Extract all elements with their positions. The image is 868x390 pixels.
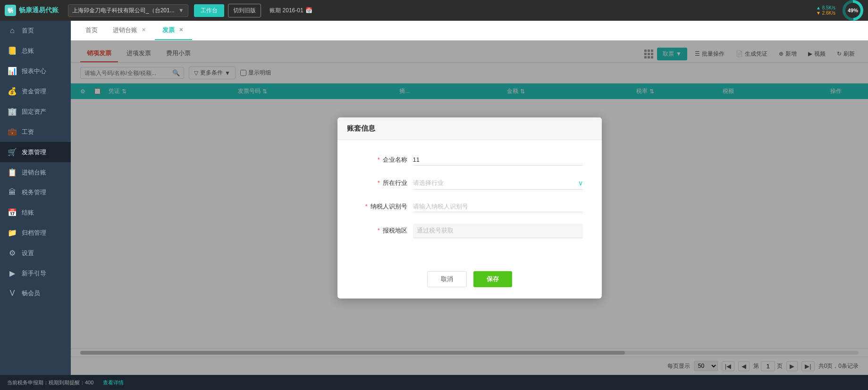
period-value: 2016-01 [283, 7, 303, 14]
taxregion-display: 通过税号获取 [413, 224, 583, 238]
industry-select[interactable]: 请选择行业 ∨ [413, 177, 583, 190]
progress-circle: 49% [843, 0, 863, 21]
required-star-company: * [378, 156, 380, 163]
sidebar-item-settings[interactable]: ⚙ 设置 [0, 243, 71, 263]
network-down: ▼ 2.6K/s [816, 10, 835, 16]
taxid-input[interactable] [413, 201, 583, 212]
sidebar-label-archive: 归档管理 [22, 229, 46, 237]
sidebar-label-vip: 畅会员 [22, 289, 40, 298]
sidebar: ⌂ 首页 📒 总账 📊 报表中心 💰 资金管理 🏢 固定资产 💼 工资 🛒 发票… [0, 21, 71, 375]
industry-placeholder: 请选择行业 [413, 179, 444, 187]
tab-home-label: 首页 [85, 26, 98, 34]
form-row-taxregion: * 报税地区 通过税号获取 [356, 224, 583, 238]
content-area: 首页 进销台账 ✕ 发票 ✕ 销项发票 进项发票 费用 [71, 21, 868, 375]
page-content: 销项发票 进项发票 费用小票 取票 ▼ [71, 41, 868, 375]
required-star-taxregion: * [378, 227, 380, 234]
tab-purchasesales-label: 进销台账 [113, 26, 137, 34]
sidebar-label-close: 结账 [22, 208, 34, 217]
bottom-detail-link[interactable]: 查看详情 [103, 379, 124, 386]
sidebar-label-purchasesales: 进销台账 [22, 168, 46, 177]
tab-home[interactable]: 首页 [78, 21, 105, 40]
sidebar-label-salary: 工资 [22, 128, 34, 136]
top-bar-actions: 工作台 切到旧版 账期 2016-01 📅 [194, 4, 312, 17]
tab-invoice-close[interactable]: ✕ [177, 26, 185, 33]
company-name-label: * 企业名称 [356, 156, 413, 164]
sidebar-label-invoice: 发票管理 [22, 148, 46, 157]
modal-header: 账套信息 [337, 117, 602, 140]
workbench-button[interactable]: 工作台 [194, 4, 224, 17]
tab-purchasesales[interactable]: 进销台账 ✕ [105, 21, 155, 40]
sidebar-item-fixed[interactable]: 🏢 固定资产 [0, 101, 71, 122]
modal-footer: 取消 保存 [337, 264, 602, 299]
finance-icon: 💰 [8, 87, 17, 96]
ledger-icon: 📒 [8, 46, 17, 55]
sidebar-item-vip[interactable]: V 畅会员 [0, 283, 71, 303]
purchasesales-icon: 📋 [8, 168, 17, 177]
modal-title: 账套信息 [347, 124, 375, 132]
home-icon: ⌂ [8, 26, 17, 35]
settings-icon: ⚙ [8, 249, 17, 257]
form-row-industry: * 所在行业 请选择行业 ∨ [356, 177, 583, 190]
taxregion-label: * 报税地区 [356, 226, 413, 235]
bottom-status: 当前税务申报期：税期到期提醒：400 [7, 379, 93, 386]
calendar-icon[interactable]: 📅 [305, 7, 312, 14]
save-button[interactable]: 保存 [473, 271, 512, 287]
salary-icon: 💼 [8, 127, 17, 136]
sidebar-label-fixed: 固定资产 [22, 108, 46, 116]
report-icon: 📊 [8, 66, 17, 75]
tab-invoice[interactable]: 发票 ✕ [155, 21, 192, 40]
sidebar-item-report[interactable]: 📊 报表中心 [0, 61, 71, 81]
app-logo: 畅 畅康通易代账 [5, 5, 59, 16]
logo-icon: 畅 [5, 5, 16, 16]
required-star-taxid: * [365, 203, 368, 210]
network-up: ▲ 8.5K/s [816, 5, 835, 10]
tab-purchasesales-close[interactable]: ✕ [140, 26, 147, 33]
tab-invoice-label: 发票 [162, 26, 175, 34]
sidebar-label-finance: 资金管理 [22, 87, 46, 96]
vip-icon: V [8, 289, 17, 298]
sidebar-item-finance[interactable]: 💰 资金管理 [0, 81, 71, 101]
archive-icon: 📁 [8, 228, 17, 237]
sidebar-label-guide: 新手引导 [22, 269, 46, 278]
period-display: 账期 2016-01 📅 [270, 7, 312, 15]
form-row-taxid: * 纳税人识别号 [356, 201, 583, 212]
close-period-icon: 📅 [8, 208, 17, 217]
required-star-industry: * [378, 179, 380, 186]
industry-chevron-icon: ∨ [578, 179, 583, 187]
modal-overlay: 账套信息 * 企业名称 [71, 41, 868, 375]
modal-account-info: 账套信息 * 企业名称 [337, 117, 602, 299]
company-name-input[interactable] [413, 154, 583, 166]
sidebar-item-archive[interactable]: 📁 归档管理 [0, 223, 71, 243]
sidebar-item-close[interactable]: 📅 结账 [0, 202, 71, 223]
sidebar-item-invoice[interactable]: 🛒 发票管理 [0, 142, 71, 162]
app-name: 畅康通易代账 [19, 6, 59, 15]
progress-text: 49% [848, 8, 858, 13]
old-version-button[interactable]: 切到旧版 [228, 4, 261, 17]
tax-icon: 🏛 [8, 188, 17, 197]
company-selector[interactable]: 上海卯金刀电子科技有限公司_（台201... ▼ [68, 4, 188, 17]
company-arrow-icon: ▼ [178, 7, 184, 14]
sidebar-item-purchasesales[interactable]: 📋 进销台账 [0, 162, 71, 183]
cancel-button[interactable]: 取消 [427, 271, 467, 287]
sidebar-item-home[interactable]: ⌂ 首页 [0, 21, 71, 41]
sidebar-item-tax[interactable]: 🏛 税务管理 [0, 183, 71, 202]
invoice-icon: 🛒 [8, 148, 17, 157]
sidebar-label-settings: 设置 [22, 249, 34, 257]
period-label: 账期 [270, 7, 281, 15]
bottom-bar: 当前税务申报期：税期到期提醒：400 查看详情 [0, 375, 868, 390]
sidebar-item-ledger[interactable]: 📒 总账 [0, 41, 71, 61]
form-row-company: * 企业名称 [356, 154, 583, 166]
sidebar-item-guide[interactable]: ▶ 新手引导 [0, 263, 71, 283]
top-bar: 畅 畅康通易代账 上海卯金刀电子科技有限公司_（台201... ▼ 工作台 切到… [0, 0, 868, 21]
sidebar-item-salary[interactable]: 💼 工资 [0, 122, 71, 142]
tab-bar: 首页 进销台账 ✕ 发票 ✕ [71, 21, 868, 41]
guide-icon: ▶ [8, 269, 17, 278]
main-layout: ⌂ 首页 📒 总账 📊 报表中心 💰 资金管理 🏢 固定资产 💼 工资 🛒 发票… [0, 21, 868, 375]
industry-label: * 所在行业 [356, 179, 413, 187]
company-name-text: 上海卯金刀电子科技有限公司_（台201... [72, 7, 175, 15]
sidebar-label-tax: 税务管理 [22, 188, 46, 197]
sidebar-label-ledger: 总账 [22, 47, 34, 55]
sidebar-label-home: 首页 [22, 26, 34, 35]
top-bar-right: ▲ 8.5K/s ▼ 2.6K/s 49% [816, 0, 863, 21]
sidebar-label-report: 报表中心 [22, 67, 46, 75]
